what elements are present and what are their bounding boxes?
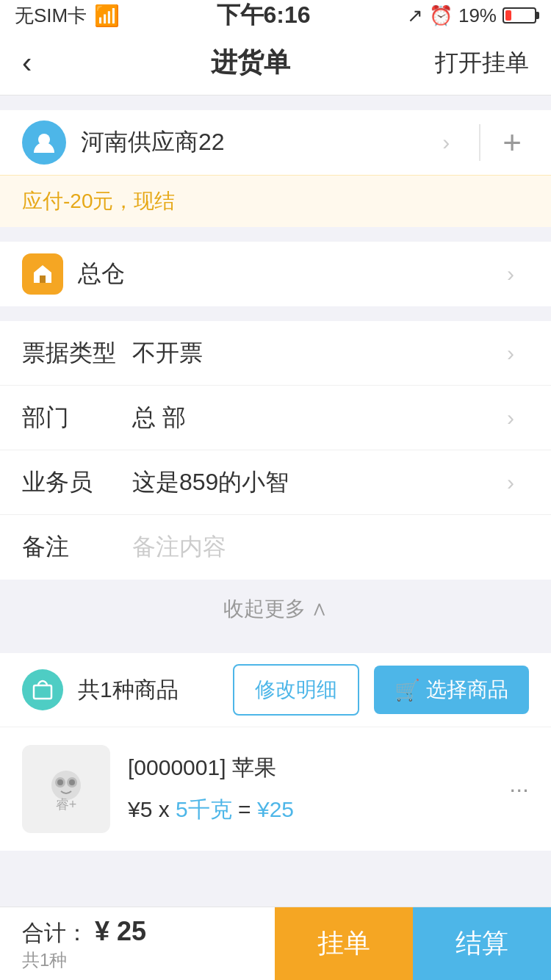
wifi-icon: 📶 bbox=[94, 4, 120, 28]
product-code: [0000001] bbox=[128, 755, 226, 779]
department-label: 部门 bbox=[22, 402, 132, 434]
product-title: 苹果 bbox=[232, 755, 276, 779]
status-bar: 无SIM卡 📶 下午6:16 ↗ ⏰ 19% bbox=[0, 0, 551, 31]
svg-rect-2 bbox=[40, 275, 46, 283]
salesperson-chevron-icon: › bbox=[507, 470, 514, 495]
select-product-button[interactable]: 🛒 选择商品 bbox=[374, 666, 529, 714]
product-more-button[interactable]: ··· bbox=[509, 776, 529, 803]
department-row[interactable]: 部门 总 部 › bbox=[0, 386, 551, 450]
svg-point-8 bbox=[69, 779, 75, 785]
salesperson-row[interactable]: 业务员 这是859的小智 › bbox=[0, 450, 551, 515]
remark-label: 备注 bbox=[22, 531, 132, 563]
section-gap-4 bbox=[0, 638, 551, 653]
select-product-label: 选择商品 bbox=[426, 676, 508, 704]
battery-icon bbox=[503, 7, 536, 24]
total-line: 合计： ¥ 25 bbox=[22, 916, 253, 948]
edit-details-button[interactable]: 修改明细 bbox=[233, 664, 359, 716]
product-equals: = bbox=[238, 797, 257, 821]
open-pending-button[interactable]: 打开挂单 bbox=[435, 47, 529, 79]
remark-placeholder: 备注内容 bbox=[132, 531, 529, 563]
total-count: 共1种 bbox=[22, 948, 253, 972]
back-button[interactable]: ‹ bbox=[22, 46, 66, 79]
suspend-button[interactable]: 挂单 bbox=[275, 907, 413, 981]
status-right: ↗ ⏰ 19% bbox=[407, 4, 536, 27]
product-multiply: x bbox=[159, 797, 176, 821]
invoice-type-label: 票据类型 bbox=[22, 337, 132, 370]
status-left: 无SIM卡 📶 bbox=[15, 3, 120, 29]
warehouse-section: 总仓 › bbox=[0, 242, 551, 306]
section-gap-1 bbox=[0, 96, 551, 110]
product-item: 睿+ [0000001] 苹果 ¥5 x 5千克 = ¥25 ··· bbox=[0, 727, 551, 851]
chevron-right-icon: › bbox=[442, 130, 450, 155]
warehouse-icon bbox=[22, 253, 63, 295]
alarm-icon: ⏰ bbox=[429, 4, 453, 27]
warehouse-chevron-icon: › bbox=[507, 262, 514, 287]
nav-bar: ‹ 进货单 打开挂单 bbox=[0, 31, 551, 96]
remark-row[interactable]: 备注 备注内容 bbox=[0, 515, 551, 580]
salesperson-label: 业务员 bbox=[22, 466, 132, 499]
invoice-type-value: 不开票 bbox=[132, 337, 507, 370]
carrier-label: 无SIM卡 bbox=[15, 3, 87, 29]
section-gap-3 bbox=[0, 306, 551, 321]
department-chevron-icon: › bbox=[507, 406, 514, 430]
product-quantity: 5千克 bbox=[176, 797, 232, 821]
svg-rect-3 bbox=[34, 685, 51, 699]
salesperson-value: 这是859的小智 bbox=[132, 466, 507, 499]
products-icon bbox=[22, 669, 63, 710]
battery-label: 19% bbox=[458, 4, 497, 27]
supplier-divider bbox=[479, 124, 480, 161]
total-amount: ¥ 25 bbox=[95, 916, 146, 946]
supplier-row[interactable]: 河南供应商22 › + bbox=[0, 110, 551, 175]
product-price: ¥5 x 5千克 = ¥25 bbox=[128, 795, 491, 825]
total-section: 合计： ¥ 25 共1种 bbox=[0, 916, 275, 972]
supplier-name: 河南供应商22 bbox=[81, 126, 442, 159]
checkout-button[interactable]: 结算 bbox=[413, 907, 551, 981]
page-title: 进货单 bbox=[211, 45, 290, 81]
products-count: 共1种商品 bbox=[78, 675, 218, 705]
department-value: 总 部 bbox=[132, 402, 507, 434]
svg-point-4 bbox=[51, 771, 81, 800]
product-info: [0000001] 苹果 ¥5 x 5千克 = ¥25 bbox=[128, 753, 491, 825]
product-unit-price: ¥5 bbox=[128, 797, 152, 821]
form-section: 票据类型 不开票 › 部门 总 部 › 业务员 这是859的小智 › 备注 备注… bbox=[0, 321, 551, 580]
section-gap-2 bbox=[0, 227, 551, 242]
product-thumbnail: 睿+ bbox=[22, 745, 110, 833]
cart-icon: 🛒 bbox=[395, 678, 420, 702]
supplier-notice: 应付-20元，现结 bbox=[0, 175, 551, 227]
invoice-type-row[interactable]: 票据类型 不开票 › bbox=[0, 321, 551, 386]
collapse-label: 收起更多 ∧ bbox=[223, 595, 328, 623]
product-name: [0000001] 苹果 bbox=[128, 753, 491, 783]
status-time: 下午6:16 bbox=[217, 0, 311, 32]
invoice-chevron-icon: › bbox=[507, 341, 514, 366]
products-header: 共1种商品 修改明细 🛒 选择商品 bbox=[0, 653, 551, 727]
bottom-bar: 合计： ¥ 25 共1种 挂单 结算 bbox=[0, 907, 551, 980]
warehouse-name: 总仓 bbox=[78, 258, 507, 290]
collapse-button[interactable]: 收起更多 ∧ bbox=[0, 580, 551, 638]
warehouse-row[interactable]: 总仓 › bbox=[0, 242, 551, 306]
supplier-section: 河南供应商22 › + 应付-20元，现结 bbox=[0, 110, 551, 227]
product-total: ¥25 bbox=[257, 797, 294, 821]
total-label: 合计： bbox=[22, 920, 88, 945]
location-icon: ↗ bbox=[407, 4, 423, 27]
supplier-avatar bbox=[22, 120, 66, 165]
add-button[interactable]: + bbox=[495, 124, 529, 161]
svg-point-7 bbox=[57, 779, 63, 785]
svg-text:睿+: 睿+ bbox=[56, 797, 77, 812]
